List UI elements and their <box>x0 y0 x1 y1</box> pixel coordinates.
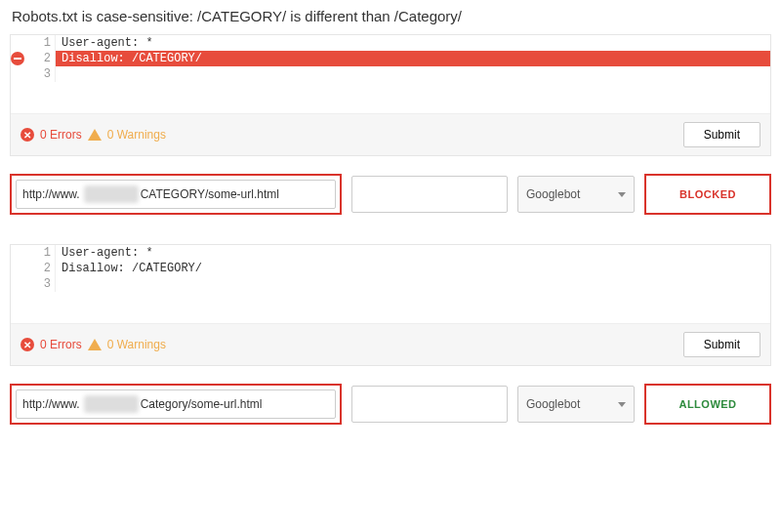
error-marker-icon <box>11 52 24 65</box>
errors-count: 0 Errors <box>40 338 82 351</box>
crawler-label: Googlebot <box>526 397 580 411</box>
robots-editor-panel-1: 1 2 3 User-agent: * Disallow: /CATEGORY/… <box>10 34 771 156</box>
crawler-select[interactable]: Googlebot <box>517 176 635 213</box>
code-line: User-agent: * <box>56 35 770 51</box>
path-input[interactable] <box>351 386 508 423</box>
line-number: 1 <box>26 245 55 261</box>
url-input[interactable]: http://www. CATEGORY/some-url.html <box>16 180 336 209</box>
error-icon: ✕ <box>21 128 34 142</box>
url-highlight-box: http://www. CATEGORY/some-url.html <box>10 174 342 215</box>
errors-count: 0 Errors <box>40 128 82 142</box>
url-highlight-box: http://www. Category/some-url.html <box>10 384 342 425</box>
test-row-1: http://www. CATEGORY/some-url.html Googl… <box>10 174 771 215</box>
error-icon: ✕ <box>21 338 34 351</box>
url-redacted <box>84 395 139 413</box>
url-prefix: http://www. <box>17 187 82 201</box>
url-suffix: CATEGORY/some-url.html <box>141 187 285 201</box>
code-line <box>56 276 770 292</box>
page-title: Robots.txt is case-sensitive: /CATEGORY/… <box>10 8 771 34</box>
code-line <box>56 66 770 82</box>
status-bar: ✕ 0 Errors 0 Warnings Submit <box>11 113 770 155</box>
code-editor[interactable]: 1 2 3 User-agent: * Disallow: /CATEGORY/ <box>11 35 770 113</box>
result-badge: ALLOWED <box>644 384 771 425</box>
submit-button[interactable]: Submit <box>683 122 760 147</box>
code-line: User-agent: * <box>56 245 770 261</box>
code-line: Disallow: /CATEGORY/ <box>56 261 770 276</box>
url-suffix: Category/some-url.html <box>141 397 268 411</box>
crawler-select[interactable]: Googlebot <box>517 386 635 423</box>
url-redacted <box>84 185 139 203</box>
line-number: 2 <box>26 261 55 276</box>
crawler-label: Googlebot <box>526 187 580 201</box>
line-number: 1 <box>26 35 55 51</box>
line-number: 3 <box>26 66 55 82</box>
line-number: 3 <box>26 276 55 292</box>
chevron-down-icon <box>618 192 626 197</box>
line-number: 2 <box>26 51 55 66</box>
url-prefix: http://www. <box>17 397 82 411</box>
result-badge: BLOCKED <box>644 174 771 215</box>
warning-icon <box>88 129 102 141</box>
code-editor[interactable]: 1 2 3 User-agent: * Disallow: /CATEGORY/ <box>11 245 770 323</box>
chevron-down-icon <box>618 402 626 407</box>
warning-icon <box>88 339 102 350</box>
code-line: Disallow: /CATEGORY/ <box>56 51 770 66</box>
warnings-count: 0 Warnings <box>107 338 166 351</box>
robots-editor-panel-2: 1 2 3 User-agent: * Disallow: /CATEGORY/… <box>10 244 771 366</box>
warnings-count: 0 Warnings <box>107 128 166 142</box>
submit-button[interactable]: Submit <box>683 332 760 357</box>
status-bar: ✕ 0 Errors 0 Warnings Submit <box>11 323 770 365</box>
url-input[interactable]: http://www. Category/some-url.html <box>16 389 336 419</box>
test-row-2: http://www. Category/some-url.html Googl… <box>10 384 771 425</box>
path-input[interactable] <box>351 176 508 213</box>
